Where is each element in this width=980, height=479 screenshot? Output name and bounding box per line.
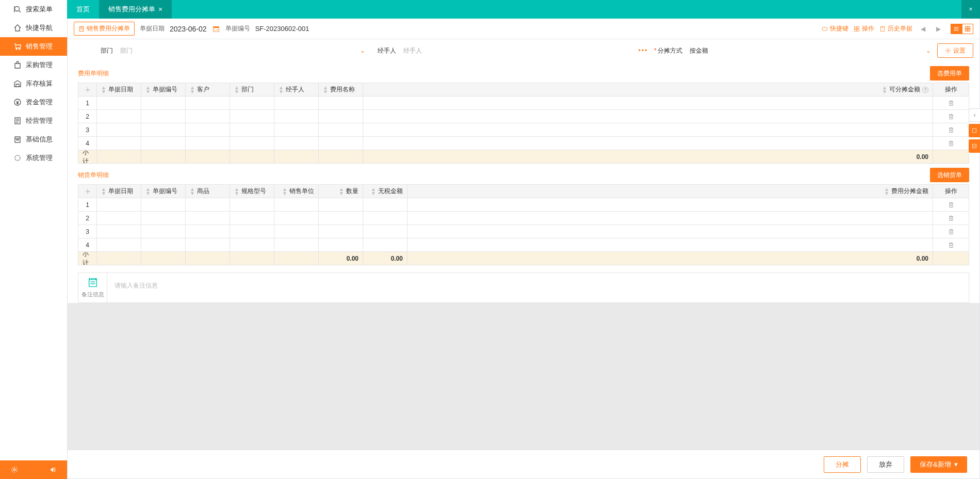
sidebar-system[interactable]: 系统管理 [0, 149, 67, 167]
col-dept[interactable]: ▲▼部门 [230, 83, 274, 97]
dept-label: 部门 [88, 46, 113, 55]
collapse-icon[interactable] [48, 466, 57, 474]
search-icon [13, 5, 22, 13]
help-icon[interactable]: ? [922, 87, 928, 93]
table-row[interactable]: 4 [78, 238, 969, 252]
sidebar-quicknav[interactable]: 快捷导航 [0, 19, 67, 37]
trash-icon[interactable] [948, 114, 954, 120]
sidebar-inventory[interactable]: 库存核算 [0, 74, 67, 93]
table-row[interactable]: 2 [78, 110, 969, 123]
notes-icon [87, 277, 99, 289]
svg-point-14 [19, 140, 19, 140]
trash-icon[interactable] [948, 229, 954, 235]
prev-doc-icon[interactable]: ◀ [918, 24, 928, 34]
trash-icon[interactable] [948, 100, 954, 106]
close-icon[interactable]: × [158, 6, 162, 13]
col-qty[interactable]: ▲▼数量 [319, 185, 363, 198]
trash-icon[interactable] [948, 140, 954, 147]
settings-button[interactable]: 设置 [937, 43, 973, 58]
gear-icon [13, 154, 22, 162]
col-cust[interactable]: ▲▼客户 [186, 83, 230, 97]
col-ops: 操作 [933, 185, 969, 198]
table-row[interactable]: 3 [78, 225, 969, 238]
svg-point-4 [19, 49, 20, 50]
handler-select[interactable]: 经手人 ••• [403, 43, 650, 58]
doc-title: 销售费用分摊单 [87, 24, 130, 33]
remark-input[interactable]: 请输入备注信息 [107, 273, 969, 302]
chevron-down-icon: ⌄ [360, 47, 365, 54]
col-prod[interactable]: ▲▼商品 [186, 185, 230, 198]
tab-home[interactable]: 首页 [67, 0, 99, 19]
trash-icon[interactable] [948, 242, 954, 248]
next-doc-icon[interactable]: ▶ [933, 24, 943, 34]
history-link[interactable]: 历史单据 [879, 24, 912, 33]
dept-select[interactable]: 部门 ⌄ [120, 43, 367, 58]
col-alloc[interactable]: ▲▼费用分摊金额 [407, 185, 933, 198]
subtotal-row: 小计 0.00 0.00 0.00 [78, 252, 969, 265]
subtotal-row: 小计0.00 [78, 150, 969, 164]
col-notax[interactable]: ▲▼无税金额 [363, 185, 407, 198]
operate-link[interactable]: 操作 [854, 24, 874, 33]
trash-icon[interactable] [948, 215, 954, 221]
svg-rect-37 [968, 26, 970, 28]
svg-rect-28 [857, 26, 859, 28]
method-select[interactable]: 按金额 ⌄ [690, 43, 933, 58]
discard-button[interactable]: 放弃 [867, 456, 904, 473]
svg-point-0 [15, 7, 20, 11]
col-spec[interactable]: ▲▼规格型号 [230, 185, 274, 198]
table-row[interactable]: 1 [78, 198, 969, 212]
home-icon [13, 24, 22, 32]
sidebar-search-menu[interactable]: 搜索菜单 [0, 0, 67, 19]
viewmode-grid-icon[interactable] [962, 24, 973, 34]
col-code[interactable]: ▲▼单据编号 [141, 185, 186, 198]
remark-sidebar: 备注信息 [78, 273, 107, 302]
table-row[interactable]: 3 [78, 123, 969, 137]
table-row[interactable]: 2 [78, 212, 969, 225]
tabbar-close-all[interactable]: × [961, 0, 980, 19]
rail-btn-2[interactable] [969, 139, 980, 153]
allocate-button[interactable]: 分摊 [824, 456, 861, 473]
col-amt[interactable]: ▲▼可分摊金额? [363, 83, 933, 97]
shortcut-link[interactable]: 快捷键 [822, 24, 848, 33]
table-row[interactable]: 4 [78, 137, 969, 150]
gear-col-icon[interactable] [78, 185, 97, 198]
warehouse-icon [13, 79, 22, 88]
rail-btn-1[interactable] [969, 124, 980, 137]
col-code[interactable]: ▲▼单据编号 [141, 83, 186, 97]
calendar-picker-icon[interactable] [212, 25, 220, 33]
col-date[interactable]: ▲▼单据日期 [97, 83, 141, 97]
svg-point-25 [217, 29, 218, 30]
tab-current[interactable]: 销售费用分摊单 × [99, 0, 172, 19]
col-fee[interactable]: ▲▼费用名称 [319, 83, 363, 97]
sidebar-purchase[interactable]: 采购管理 [0, 56, 67, 74]
money-icon [13, 98, 22, 106]
col-date[interactable]: ▲▼单据日期 [97, 185, 141, 198]
sidebar-funds[interactable]: 资金管理 [0, 93, 67, 111]
table-row[interactable]: 1 [78, 97, 969, 110]
caret-down-icon: ▾ [954, 460, 958, 468]
more-icon: ••• [639, 47, 648, 54]
viewmode-list-icon[interactable] [951, 24, 962, 34]
svg-point-13 [18, 140, 18, 140]
doc-icon [78, 26, 85, 32]
col-ops: 操作 [933, 83, 969, 97]
col-unit[interactable]: ▲▼销售单位 [274, 185, 319, 198]
gear-col-icon[interactable] [78, 83, 97, 97]
col-handler[interactable]: ▲▼经手人 [274, 83, 319, 97]
sidebar-biz[interactable]: 经营管理 [0, 111, 67, 130]
date-value[interactable]: 2023-06-02 [170, 25, 207, 33]
sidebar-baseinfo[interactable]: 基础信息 [0, 130, 67, 149]
fee-table: ▲▼单据日期 ▲▼单据编号 ▲▼客户 ▲▼部门 ▲▼经手人 ▲▼费用名称 ▲▼可… [78, 83, 969, 164]
pick-sale-button[interactable]: 选销货单 [930, 168, 969, 182]
save-add-button[interactable]: 保存&新增▾ [910, 456, 967, 473]
pick-fee-button[interactable]: 选费用单 [930, 66, 969, 81]
rail-expand-icon[interactable]: ‹ [969, 108, 980, 122]
sec2-title: 销货单明细 [78, 171, 109, 180]
trash-icon[interactable] [948, 202, 954, 208]
settings-icon[interactable] [10, 466, 19, 474]
sidebar-sales[interactable]: 销售管理 [0, 37, 67, 56]
trash-icon[interactable] [948, 127, 954, 133]
svg-point-16 [13, 469, 15, 471]
svg-point-41 [87, 89, 88, 90]
svg-rect-38 [966, 29, 968, 31]
